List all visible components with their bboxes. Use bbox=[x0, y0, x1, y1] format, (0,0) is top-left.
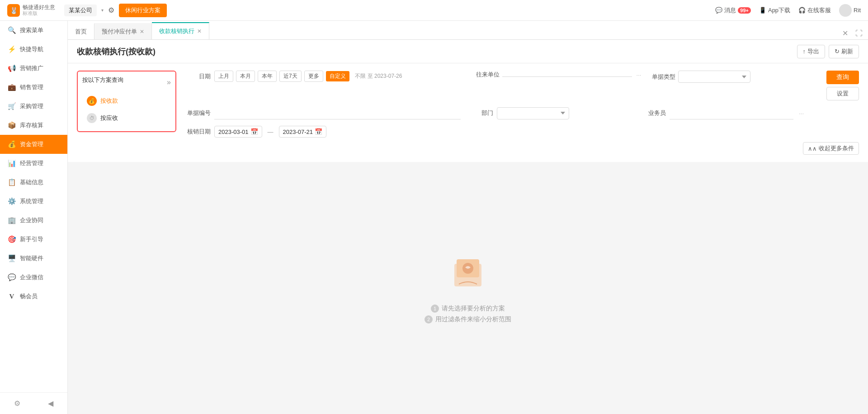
sidebar-item-tutorial[interactable]: 🎯 新手引导 bbox=[0, 230, 67, 249]
empty-hint-2: 2 用过滤条件来缩小分析范围 bbox=[425, 315, 511, 324]
main-layout: 🔍 搜索菜单 ⚡ 快捷导航 📢 营销推广 💼 销售管理 🛒 采购管理 📦 库存核… bbox=[0, 21, 868, 414]
logo-text: 畅捷通好生意 标准版 bbox=[23, 4, 55, 17]
sidebar-item-inventory[interactable]: 📦 库存核算 bbox=[0, 116, 67, 135]
top-bar: 🐰 畅捷通好生意 标准版 某某公司 ▾ ⚙ 休闲行业方案 💬 消息 99+ 📱 … bbox=[0, 0, 868, 21]
message-icon: 💬 bbox=[715, 7, 722, 14]
settings-gear-icon[interactable]: ⚙ bbox=[108, 6, 114, 14]
empty-hint-1: 1 请先选择要分析的方案 bbox=[431, 305, 505, 313]
sidebar-item-search[interactable]: 🔍 搜索菜单 bbox=[0, 21, 67, 40]
inventory-icon: 📦 bbox=[7, 121, 16, 129]
filter-option-by-receipt[interactable]: 💰 按收款 bbox=[82, 92, 171, 109]
filter-panel-collapse-icon[interactable]: » bbox=[167, 78, 171, 86]
quicknav-icon: ⚡ bbox=[7, 45, 16, 53]
marketing-icon: 📢 bbox=[7, 64, 16, 72]
avatar bbox=[839, 4, 852, 17]
doctype-select[interactable] bbox=[678, 71, 750, 83]
tab-prepay[interactable]: 预付冲应付单 ✕ bbox=[94, 23, 152, 39]
date-btn-custom[interactable]: 自定义 bbox=[326, 71, 349, 81]
tab-prepay-close[interactable]: ✕ bbox=[140, 29, 144, 35]
filter-option-by-receivable[interactable]: ⏱ 按应收 bbox=[82, 109, 171, 127]
sidebar: 🔍 搜索菜单 ⚡ 快捷导航 📢 营销推广 💼 销售管理 🛒 采购管理 📦 库存核… bbox=[0, 21, 68, 414]
user-info[interactable]: Rit bbox=[839, 4, 861, 17]
sidebar-item-finance[interactable]: 💰 资金管理 bbox=[0, 135, 67, 154]
sales-icon: 💼 bbox=[7, 83, 16, 91]
logo: 🐰 畅捷通好生意 标准版 bbox=[7, 4, 55, 17]
sidebar-collapse-button[interactable]: ◀ bbox=[45, 396, 56, 410]
refresh-icon: ↻ bbox=[835, 48, 840, 55]
company-dropdown-arrow[interactable]: ▾ bbox=[101, 8, 104, 13]
logo-icon: 🐰 bbox=[7, 4, 20, 17]
tab-verify-close[interactable]: ✕ bbox=[197, 28, 202, 34]
verify-date-end-input[interactable]: 2023-07-21 📅 bbox=[279, 126, 327, 138]
export-icon: ↑ bbox=[803, 48, 806, 55]
verify-date-start-input[interactable]: 2023-03-01 📅 bbox=[214, 126, 262, 138]
sidebar-item-purchase[interactable]: 🛒 采购管理 bbox=[0, 97, 67, 116]
tab-verify[interactable]: 收款核销执行 ✕ bbox=[152, 22, 209, 39]
collapse-more-row: ∧∧ 收起更多条件 bbox=[185, 142, 859, 155]
salesperson-more-icon[interactable]: ··· bbox=[797, 110, 806, 117]
date-btn-7days[interactable]: 近7天 bbox=[279, 71, 302, 82]
basicinfo-icon: 📋 bbox=[7, 178, 16, 186]
collapse-icon: ∧∧ bbox=[808, 145, 817, 152]
tab-home[interactable]: 首页 bbox=[68, 23, 94, 39]
filter-option-receipt-icon: 💰 bbox=[87, 96, 97, 106]
doctype-label: 单据类型 bbox=[650, 73, 675, 81]
search-icon: 🔍 bbox=[7, 26, 16, 34]
verify-date-start-value: 2023-03-01 bbox=[218, 128, 249, 135]
sidebar-item-quicknav[interactable]: ⚡ 快捷导航 bbox=[0, 40, 67, 59]
filter-option-receivable-icon: ⏱ bbox=[87, 113, 97, 123]
setting-button[interactable]: 设置 bbox=[826, 87, 859, 100]
tutorial-icon: 🎯 bbox=[7, 235, 16, 243]
sidebar-gear-button[interactable]: ⚙ bbox=[11, 396, 23, 410]
tab-bar-close-icon[interactable]: ✕ bbox=[840, 27, 850, 39]
date-nolimit: 不限 bbox=[355, 72, 366, 80]
partner-more-icon[interactable]: ··· bbox=[635, 71, 643, 78]
date-btn-more[interactable]: 更多 bbox=[304, 71, 323, 82]
purchase-icon: 🛒 bbox=[7, 102, 16, 110]
solution-button[interactable]: 休闲行业方案 bbox=[119, 4, 167, 17]
collab-icon: 🏢 bbox=[7, 216, 16, 224]
service-button[interactable]: 🎧 在线客服 bbox=[798, 6, 831, 14]
date-label: 日期 bbox=[185, 72, 211, 81]
sidebar-item-system[interactable]: ⚙️ 系统管理 bbox=[0, 192, 67, 211]
sidebar-item-collab[interactable]: 🏢 企业协同 bbox=[0, 211, 67, 230]
filter-right-panel: 日期 上月 本月 本年 近7天 更多 自定义 不限 至 2023-07-26 bbox=[185, 71, 859, 155]
docno-label: 单据编号 bbox=[185, 109, 211, 117]
message-button[interactable]: 💬 消息 99+ bbox=[715, 6, 751, 14]
page-header: 收款核销执行(按收款) ↑ 导出 ↻ 刷新 bbox=[68, 40, 868, 63]
date-btn-this-year[interactable]: 本年 bbox=[258, 71, 277, 82]
hint2-num: 2 bbox=[425, 315, 433, 324]
empty-illustration bbox=[445, 250, 491, 295]
dept-select[interactable] bbox=[497, 107, 569, 119]
sidebar-item-member[interactable]: V 畅会员 bbox=[0, 287, 67, 306]
wechat-icon: 💬 bbox=[7, 273, 16, 281]
sidebar-item-basicinfo[interactable]: 📋 基础信息 bbox=[0, 173, 67, 192]
collapse-more-button[interactable]: ∧∧ 收起更多条件 bbox=[803, 142, 859, 155]
tab-bar: 首页 预付冲应付单 ✕ 收款核销执行 ✕ ✕ ⛶ bbox=[68, 21, 868, 40]
date-shortcuts: 上月 本月 本年 近7天 更多 自定义 bbox=[214, 71, 349, 82]
export-button[interactable]: ↑ 导出 bbox=[797, 45, 826, 58]
calendar-start-icon[interactable]: 📅 bbox=[250, 128, 258, 135]
dept-label: 部门 bbox=[468, 109, 493, 117]
sidebar-item-marketing[interactable]: 📢 营销推广 bbox=[0, 59, 67, 78]
content-area: 首页 预付冲应付单 ✕ 收款核销执行 ✕ ✕ ⛶ 收款核销执行(按收款) ↑ 导… bbox=[68, 21, 868, 414]
top-bar-right: 💬 消息 99+ 📱 App下载 🎧 在线客服 Rit bbox=[715, 4, 861, 17]
query-button[interactable]: 查询 bbox=[826, 71, 859, 84]
finance-icon: 💰 bbox=[7, 140, 16, 148]
app-download-button[interactable]: 📱 App下载 bbox=[759, 6, 790, 14]
member-icon: V bbox=[7, 293, 16, 300]
verify-date-end-value: 2023-07-21 bbox=[283, 128, 313, 135]
calendar-end-icon[interactable]: 📅 bbox=[315, 128, 322, 135]
app-icon: 📱 bbox=[759, 7, 766, 14]
filter-left-panel: 按以下方案查询 » 💰 按收款 ⏱ 按应收 bbox=[77, 71, 176, 132]
sidebar-item-hardware[interactable]: 🖥️ 智能硬件 bbox=[0, 249, 67, 268]
date-btn-this-month[interactable]: 本月 bbox=[236, 71, 255, 82]
sidebar-item-operations[interactable]: 📊 经营管理 bbox=[0, 154, 67, 173]
page-title: 收款核销执行(按收款) bbox=[77, 46, 156, 57]
date-btn-last-month[interactable]: 上月 bbox=[214, 71, 233, 82]
sidebar-item-wechat[interactable]: 💬 企业微信 bbox=[0, 268, 67, 287]
company-selector[interactable]: 某某公司 bbox=[64, 5, 97, 16]
sidebar-item-sales[interactable]: 💼 销售管理 bbox=[0, 78, 67, 97]
refresh-button[interactable]: ↻ 刷新 bbox=[829, 45, 859, 58]
tab-bar-expand-icon[interactable]: ⛶ bbox=[854, 28, 864, 39]
